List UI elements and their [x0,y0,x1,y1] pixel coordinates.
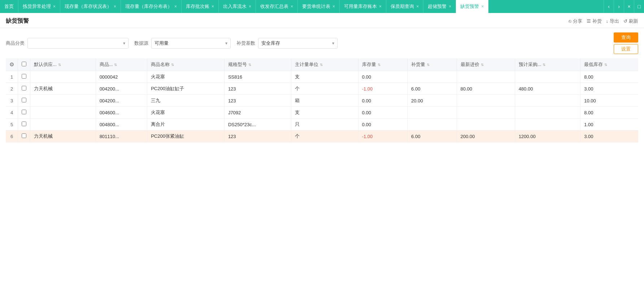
tab-prev-btn[interactable]: ‹ [604,0,614,13]
col-min-stock-sort[interactable]: 最低库存 ⇅ [584,61,607,68]
row-number: 2 [6,83,18,95]
row-est-purchase [515,71,580,83]
col-supplier[interactable]: 默认供应... ⇅ [30,58,96,71]
tab-close-inventory-dist[interactable]: × [174,4,177,9]
row-checkbox-cell[interactable] [18,119,30,131]
row-checkbox[interactable] [22,86,26,90]
sort-supplier-icon: ⇅ [58,63,61,67]
row-replenish: 6.00 [408,83,457,95]
col-unit[interactable]: 主计量单位 ⇅ [291,58,358,71]
export-button[interactable]: ↓ 导出 [606,18,619,25]
gear-icon[interactable]: ⚙ [9,61,14,67]
col-checkbox[interactable] [18,58,30,71]
tab-inout[interactable]: 出入库流水 × [219,0,256,13]
row-name: 火花塞 [147,71,225,83]
sort-spec-icon: ⇅ [248,63,251,67]
col-latest-price-sort[interactable]: 最新进价 ⇅ [461,61,484,68]
refresh-button[interactable]: ↺ 刷新 [623,18,638,25]
row-checkbox[interactable] [22,110,26,114]
replenish-button[interactable]: ☰ 补货 [587,18,602,25]
col-replenish-sort[interactable]: 补货量 ⇅ [411,61,430,68]
table-body: 1 0000042 火花塞 SS816 支 0.00 8.00 2 力天机械 0… [6,71,638,142]
tab-shortage[interactable]: 缺货预警 × [456,0,488,13]
row-code: 004200... [96,95,147,107]
select-all-checkbox[interactable] [22,62,26,66]
col-gear[interactable]: ⚙ [6,58,18,71]
row-checkbox[interactable] [22,98,26,102]
tab-close-expiry[interactable]: × [416,4,419,9]
settings-button[interactable]: 设置 [614,44,638,54]
col-latest-price[interactable]: 最新进价 ⇅ [457,58,515,71]
share-button[interactable]: ⎋ 分享 [569,18,582,25]
col-stock[interactable]: 库存量 ⇅ [358,58,407,71]
category-select[interactable]: ▾ [27,38,129,49]
sort-est-purchase-icon: ⇅ [543,63,545,67]
col-name-sort[interactable]: 商品名称 ⇅ [151,61,174,68]
tab-close-demand[interactable]: × [332,4,335,9]
row-checkbox[interactable] [22,122,26,126]
col-replenish[interactable]: 补货量 ⇅ [408,58,457,71]
col-est-purchase-sort[interactable]: 预计采购... ⇅ [519,61,546,68]
tab-expiry[interactable]: 保质期查询 × [386,0,423,13]
row-replenish: 6.00 [408,131,457,142]
col-est-purchase[interactable]: 预计采购... ⇅ [515,58,580,71]
table-row: 5 004800... 离合片 DS250*23c... 只 0.00 1.00 [6,119,638,131]
query-button[interactable]: 查询 [614,32,638,43]
tab-close-shortage[interactable]: × [481,4,484,9]
tab-inventory-dist[interactable]: 现存量（库存分布表） × [121,0,182,13]
row-checkbox-cell[interactable] [18,131,30,142]
tab-close-picking[interactable]: × [53,4,56,9]
tab-close-inout[interactable]: × [249,4,251,9]
row-number: 3 [6,95,18,107]
tab-nav-buttons: ‹ › × □ [604,0,644,13]
col-supplier-sort[interactable]: 默认供应... ⇅ [34,61,61,68]
col-code-sort[interactable]: 商品... ⇅ [100,61,117,68]
col-name[interactable]: 商品名称 ⇅ [147,58,225,71]
tab-maximize-btn[interactable]: □ [634,0,644,13]
row-code: 004200... [96,83,147,95]
col-spec-sort[interactable]: 规格型号 ⇅ [228,61,251,68]
tab-home[interactable]: 首页 [0,0,18,13]
row-checkbox[interactable] [22,74,26,79]
filter-actions: 查询 设置 [614,32,638,54]
tab-close-window-btn[interactable]: × [624,0,634,13]
tab-available[interactable]: 可用量库存账本 × [340,0,386,13]
datasource-select[interactable]: 可用量 ▾ [151,38,231,49]
page-content: 缺货预警 ⎋ 分享 ☰ 补货 ↓ 导出 ↺ 刷新 商品分类 [0,13,644,287]
col-stock-sort[interactable]: 库存量 ⇅ [362,61,380,68]
row-checkbox[interactable] [22,133,26,138]
replenish-label: 补货基数 [236,40,255,47]
row-supplier [30,107,96,119]
tab-picking[interactable]: 拣货异常处理 × [18,0,60,13]
col-min-stock[interactable]: 最低库存 ⇅ [580,58,638,71]
row-checkbox-cell[interactable] [18,83,30,95]
col-spec[interactable]: 规格型号 ⇅ [224,58,291,71]
row-checkbox-cell[interactable] [18,107,30,119]
tab-close-available[interactable]: × [379,4,382,9]
replenish-select[interactable]: 安全库存 ▾ [258,38,338,49]
tab-inventory-status[interactable]: 现存量（库存状况表） × [60,0,121,13]
col-unit-sort[interactable]: 主计量单位 ⇅ [295,61,323,68]
tab-overstock[interactable]: 超储预警 × [423,0,456,13]
row-checkbox-cell[interactable] [18,95,30,107]
row-name: PC200油缸缸子 [147,83,225,95]
row-code: 004600... [96,107,147,119]
row-checkbox-cell[interactable] [18,71,30,83]
tab-batch[interactable]: 库存批次账 × [182,0,219,13]
tab-close-summary[interactable]: × [291,4,293,9]
tab-demand[interactable]: 要货单统计表 × [298,0,340,13]
row-unit: 支 [291,71,358,83]
tab-close-batch[interactable]: × [212,4,214,9]
table-row: 2 力天机械 004200... PC200油缸缸子 123 个 -1.00 6… [6,83,638,95]
col-code[interactable]: 商品... ⇅ [96,58,147,71]
header-actions: ⎋ 分享 ☰ 补货 ↓ 导出 ↺ 刷新 [569,18,639,25]
tab-next-btn[interactable]: › [614,0,624,13]
sort-code-icon: ⇅ [114,63,117,67]
sort-name-icon: ⇅ [171,63,174,67]
filter-group-category: 商品分类 ▾ [6,38,129,49]
row-min-stock: 10.00 [580,95,638,107]
tab-close-overstock[interactable]: × [449,4,451,9]
tab-close-inventory-status[interactable]: × [114,4,116,9]
datasource-label: 数据源 [134,40,148,47]
tab-summary[interactable]: 收发存汇总表 × [256,0,298,13]
